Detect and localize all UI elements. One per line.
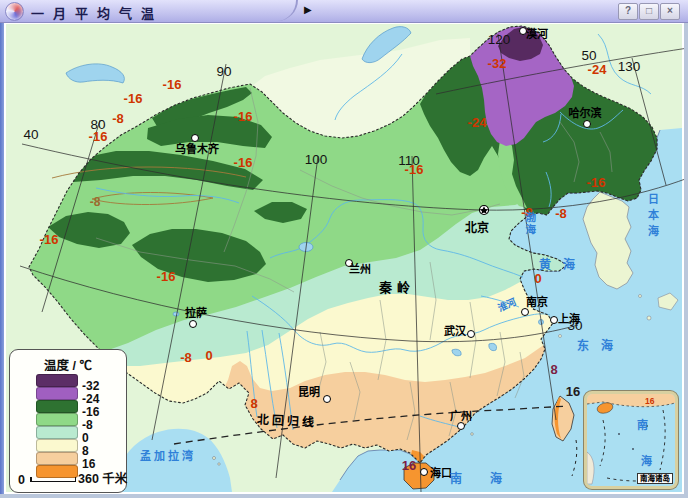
south-china-sea-inset: 16 南 海 南海诸岛 (584, 391, 678, 489)
window-title: 一月平均气温 (31, 3, 163, 22)
play-arrow-icon[interactable]: ▶ (304, 4, 312, 15)
scale-bar (30, 481, 76, 482)
legend-swatch (36, 387, 78, 400)
title-bar[interactable]: 一月平均气温 ▶ ? □ × (0, 0, 688, 23)
legend-boundary-label: 0 (82, 431, 89, 445)
legend-title: 温度 / ℃ (10, 355, 126, 374)
legend-boundary-label: -24 (82, 392, 99, 406)
restore-button[interactable]: □ (639, 3, 659, 20)
inset-sea-label: 海 (641, 452, 652, 468)
window-left-edge (0, 22, 4, 498)
legend-boundary-label: -8 (82, 418, 93, 432)
app-window: 40 50 30 80 90 100 110 120 130 -32 -24 -… (0, 0, 688, 498)
legend-boundary-label: -32 (82, 379, 99, 393)
capital-marker-icon (480, 206, 489, 215)
legend-swatch (36, 439, 78, 452)
legend-swatch (36, 452, 78, 465)
legend-swatch (36, 426, 78, 439)
legend-swatch (36, 400, 78, 413)
app-logo-icon (5, 2, 24, 21)
help-button[interactable]: ? (618, 3, 638, 20)
legend-swatch (36, 413, 78, 426)
legend-swatch (36, 374, 78, 387)
legend-boundary-label: 8 (82, 444, 89, 458)
title-tab-divider (258, 0, 298, 21)
inset-isotherm-label: 16 (645, 396, 654, 406)
inset-sea-label: 南 (637, 416, 648, 432)
legend: 温度 / ℃ -32 -24 -16 -8 0 8 16 0 360 千米 (9, 349, 127, 493)
scale-bar-distance: 360 千米 (78, 468, 127, 487)
close-button[interactable]: × (660, 3, 680, 20)
inset-caption: 南海诸岛 (637, 473, 673, 484)
legend-swatch (36, 465, 78, 478)
window-bottom-edge (0, 494, 688, 498)
scale-bar-zero: 0 (18, 473, 25, 487)
legend-boundary-label: -16 (82, 405, 99, 419)
window-right-edge (684, 22, 688, 498)
